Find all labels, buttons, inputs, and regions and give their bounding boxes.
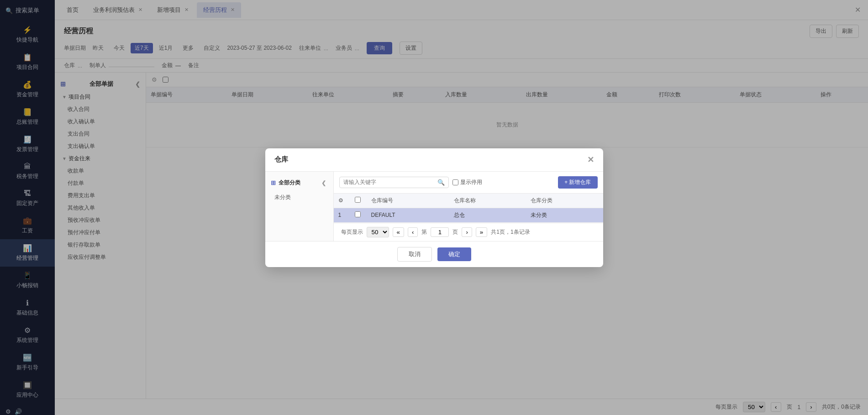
dialog-page-input[interactable] <box>431 227 449 237</box>
dialog-search-input[interactable] <box>343 179 437 185</box>
warehouse-dialog: 仓库 ✕ ⊞ 全部分类 ❮ 未分类 🔍 显示停用 <box>265 148 603 267</box>
col-checkbox <box>350 194 367 208</box>
dialog-pagination: 每页显示 50 « ‹ 第 页 › » 共1页，1条记录 <box>334 223 603 241</box>
dialog-category-unclassified[interactable]: 未分类 <box>265 191 333 204</box>
row-checkbox[interactable] <box>350 208 367 222</box>
dialog-right-panel: 🔍 显示停用 + 新增仓库 ⚙ 仓库编号 仓库名称 <box>334 172 603 241</box>
dialog-close-button[interactable]: ✕ <box>587 155 594 165</box>
dialog-footer: 取消 确定 <box>265 241 603 267</box>
search-input-wrap: 🔍 <box>339 177 449 188</box>
dialog-page-label: 第 <box>421 228 427 236</box>
dialog-first-btn[interactable]: « <box>393 227 404 237</box>
row-category: 未分类 <box>526 208 603 222</box>
dialog-confirm-button[interactable]: 确定 <box>437 247 471 261</box>
col-warehouse-code: 仓库编号 <box>367 194 449 208</box>
dialog-page-size-select[interactable]: 50 <box>367 227 389 237</box>
col-warehouse-name: 仓库名称 <box>449 194 526 208</box>
add-warehouse-button[interactable]: + 新增仓库 <box>558 176 597 189</box>
show-disabled-checkbox[interactable] <box>452 179 458 185</box>
dialog-left-header[interactable]: ⊞ 全部分类 ❮ <box>265 175 333 191</box>
row-index: 1 <box>334 208 350 222</box>
grid-icon-dialog: ⊞ <box>271 179 276 186</box>
dialog-left-panel: ⊞ 全部分类 ❮ 未分类 <box>265 172 334 241</box>
search-icon-dialog: 🔍 <box>437 179 445 186</box>
dialog-all-label: 全部分类 <box>279 179 300 187</box>
dialog-header: 仓库 ✕ <box>265 148 603 172</box>
dialog-select-all[interactable] <box>355 197 361 203</box>
dialog-cancel-button[interactable]: 取消 <box>397 247 432 262</box>
dialog-next-btn[interactable]: › <box>462 227 472 237</box>
table-row[interactable]: 1 DEFAULT 总仓 未分类 <box>334 208 603 222</box>
dialog-prev-btn[interactable]: ‹ <box>408 227 418 237</box>
row-code: DEFAULT <box>367 208 449 222</box>
dialog-body: ⊞ 全部分类 ❮ 未分类 🔍 显示停用 + 新增仓库 <box>265 172 603 241</box>
row-name: 总仓 <box>449 208 526 222</box>
dialog-table: ⚙ 仓库编号 仓库名称 仓库分类 1 DEFAULT 总仓 <box>334 194 603 223</box>
show-disabled-label[interactable]: 显示停用 <box>452 179 482 186</box>
dialog-last-btn[interactable]: » <box>476 227 487 237</box>
dialog-title: 仓库 <box>274 155 288 164</box>
col-warehouse-category: 仓库分类 <box>526 194 603 208</box>
dialog-total-text: 共1页，1条记录 <box>491 228 530 236</box>
dialog-toolbar: 🔍 显示停用 + 新增仓库 <box>334 172 603 194</box>
col-settings: ⚙ <box>334 194 350 208</box>
dialog-page-suffix: 页 <box>452 228 458 236</box>
dialog-collapse-btn[interactable]: ❮ <box>320 178 328 188</box>
dialog-per-page-label: 每页显示 <box>341 228 363 236</box>
